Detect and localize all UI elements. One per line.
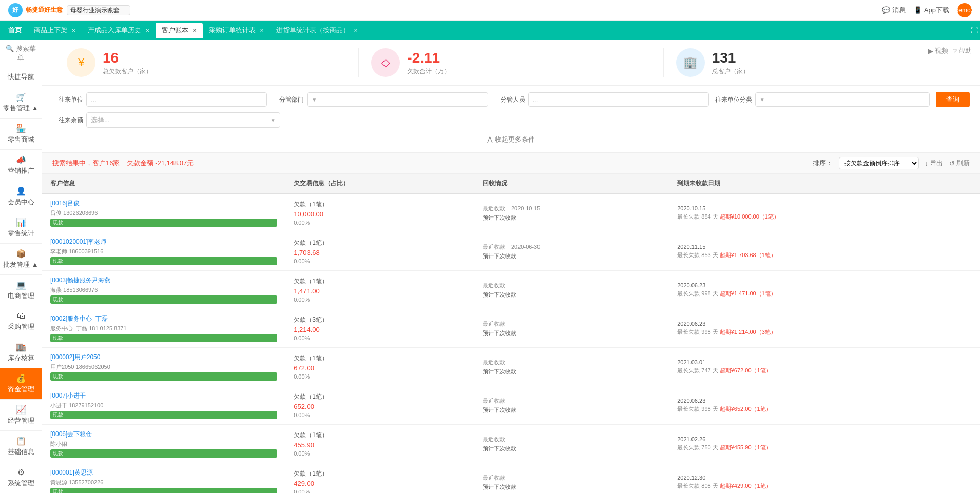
sidebar-item-purchase[interactable]: 🛍 采购管理 [0,306,42,337]
sidebar-item-system[interactable]: ⚙ 系统管理 [0,462,42,493]
debt-amount-2[interactable]: 1,471.00 [294,287,466,295]
sidebar-nav-text: 快捷导航 [8,72,34,82]
recovery-info-0: 最近收款 2020-10-15 预计下次收款 [483,205,661,222]
source-category-label: 往来单位分类 [715,95,752,104]
tab-home[interactable]: 首页 [2,23,28,38]
overdue-link-5[interactable]: 超期¥652.00（1笔） [720,406,772,412]
video-icon: ▶ [928,47,933,55]
customer-name-0[interactable]: [0016]吕俊 [50,199,277,208]
refresh-btn[interactable]: ↺ 刷新 [949,159,970,168]
debt-percent-4: 0.00% [294,373,466,380]
customer-tag-0: 现款 [50,219,277,227]
stat-icon-pink: ◇ [371,48,400,77]
sidebar-item-basic[interactable]: 📋 基础信息 [0,431,42,462]
results-summary: 搜索结果中，客户16家 [52,159,120,167]
overdue-date-0: 2020.10.15 [677,205,972,211]
overdue-link-2[interactable]: 超期¥1,471.00（1笔） [720,290,776,297]
overdue-link-3[interactable]: 超期¥1,214.00（3笔） [720,329,776,335]
app-download-btn[interactable]: 📱 App下载 [914,6,949,15]
filter-collapse[interactable]: ⋀ 收起更多条件 [52,133,970,146]
recovery-next-2: 预计下次收款 [483,291,661,299]
tab-purchase-order-close[interactable]: ✕ [260,28,264,33]
cell-recovery-6: 最近收款 预计下次收款 [474,425,669,463]
debt-info-7: 欠款（1笔） 429.00 0.00% [294,469,466,493]
col-customer-info: 客户信息 [42,174,285,193]
customer-name-2[interactable]: [0003]畅捷服务尹海燕 [50,276,277,285]
source-category-input[interactable] [755,92,930,107]
source-unit-input[interactable]: ... [86,92,267,107]
user-avatar[interactable]: demo2 [957,3,972,17]
help-btn[interactable]: ? 帮助 [953,46,972,55]
cell-overdue-6: 2021.02.26 最长欠款 750 天 超期¥455.90（1笔） [669,425,980,463]
company-select[interactable]: 母婴行业演示账套 [67,5,130,15]
sidebar-search[interactable]: 🔍 搜索菜单 [0,40,42,67]
view-video-btn[interactable]: ▶ 视频 [928,46,948,55]
debt-amount-7[interactable]: 429.00 [294,480,466,487]
customer-name-1[interactable]: [0001020001]李老师 [50,238,277,246]
overdue-link-6[interactable]: 超期¥455.90（1笔） [720,444,772,450]
cell-recovery-7: 最近收款 预计下次收款 [474,463,669,494]
stat-debt-customers: ¥ 16 总欠款客户（家） [54,48,359,77]
nav-expand-icon[interactable]: ⛶ [971,26,978,34]
collapse-label: 收起更多条件 [495,135,535,143]
balance-input[interactable]: 选择... [86,112,280,128]
sidebar-item-inventory[interactable]: 🏬 库存核算 [0,337,42,368]
tab-product-history-close[interactable]: ✕ [145,28,149,33]
sort-select[interactable]: 按欠款金额倒序排序 [839,157,919,169]
tab-purchase-stats-close[interactable]: ✕ [354,28,358,33]
overdue-info-2: 2020.06.23 最长欠款 998 天 超期¥1,471.00（1笔） [677,282,972,298]
overdue-link-1[interactable]: 超期¥1,703.68（1笔） [720,252,776,258]
debt-amount-4[interactable]: 672.00 [294,364,466,372]
debt-amount-1[interactable]: 1,703.68 [294,249,466,257]
stat-info-total: 131 总客户（家） [712,50,749,76]
sidebar-item-retail-stats[interactable]: 📊 零售统计 [0,212,42,244]
customer-name-3[interactable]: [0002]服务中心_丁磊 [50,314,277,323]
tab-product-shelf-label: 商品上下架 [34,26,67,35]
overdue-link-4[interactable]: 超期¥672.00（1笔） [720,367,772,373]
tab-purchase-order[interactable]: 采购订单统计表 ✕ [203,23,270,38]
sidebar-item-ecommerce[interactable]: 💻 电商管理 [0,275,42,306]
customer-info-0: [0016]吕俊 吕俊 13026203696 现款 [50,199,277,227]
recovery-label-2: 最近收款 [483,282,661,289]
sidebar-item-retail-mall[interactable]: 🏪 零售商城 [0,119,42,150]
debt-amount-0[interactable]: 10,000.00 [294,210,466,218]
customer-tag-6: 现款 [50,449,277,458]
overdue-info-3: 2020.06.23 最长欠款 998 天 超期¥1,214.00（3笔） [677,321,972,336]
tab-product-history[interactable]: 产成品入库单历史 ✕ [82,23,156,38]
customer-name-7[interactable]: [000001]黄思源 [50,468,277,477]
sidebar-item-batch-mgmt[interactable]: 📦 批发管理 ▲ [0,244,42,275]
sidebar-item-operations[interactable]: 📈 经营管理 [0,400,42,431]
customer-phone-7: 黄思源 13552700226 [50,479,277,486]
sidebar-item-finance[interactable]: 💰 资金管理 [0,368,42,400]
tab-customer-account[interactable]: 客户账本 ✕ [156,23,203,38]
search-button[interactable]: 查询 [936,92,970,107]
debt-amount-6[interactable]: 455.90 [294,441,466,449]
debt-amount-3[interactable]: 1,214.00 [294,326,466,333]
debt-percent-7: 0.00% [294,489,466,493]
stat-total-customers: 🏢 131 总客户（家） [664,48,968,77]
nav-minimize-icon[interactable]: — [959,26,967,34]
manager-input[interactable]: ... [528,92,709,107]
customer-name-4[interactable]: [000002]用户2050 [50,353,277,362]
export-btn[interactable]: ↓ 导出 [925,159,944,168]
message-btn[interactable]: 💬 消息 [882,6,906,15]
customer-name-5[interactable]: [0007]小进干 [50,391,277,400]
debt-amount-5[interactable]: 652.00 [294,403,466,410]
tab-product-shelf-close[interactable]: ✕ [71,28,75,33]
tab-purchase-stats[interactable]: 进货单统计表（按商品） ✕ [270,23,364,38]
tab-product-shelf[interactable]: 商品上下架 ✕ [28,23,82,38]
sidebar-item-retail-mgmt[interactable]: 🛒 零售管理 ▲ [0,87,42,119]
col-overdue-info: 到期未收款日期 [669,174,980,193]
overdue-link-7[interactable]: 超期¥429.00（1笔） [720,483,772,489]
recovery-next-5: 预计下次收款 [483,406,661,414]
debt-percent-6: 0.00% [294,450,466,457]
debt-info-5: 欠款（1笔） 652.00 0.00% [294,392,466,418]
sidebar-item-member[interactable]: 👤 会员中心 [0,181,42,212]
department-input[interactable] [307,92,488,107]
customer-name-6[interactable]: [0006]去下粮仓 [50,430,277,439]
debt-count-5: 欠款（1笔） [294,392,466,401]
tab-customer-account-close[interactable]: ✕ [193,28,197,33]
overdue-link-0[interactable]: 超期¥10,000.00（1笔） [720,213,779,220]
table-row: [0002]服务中心_丁磊 服务中心_丁磊 181 0125 8371 现款 欠… [42,309,980,348]
sidebar-item-marketing[interactable]: 📣 营销推广 [0,150,42,181]
